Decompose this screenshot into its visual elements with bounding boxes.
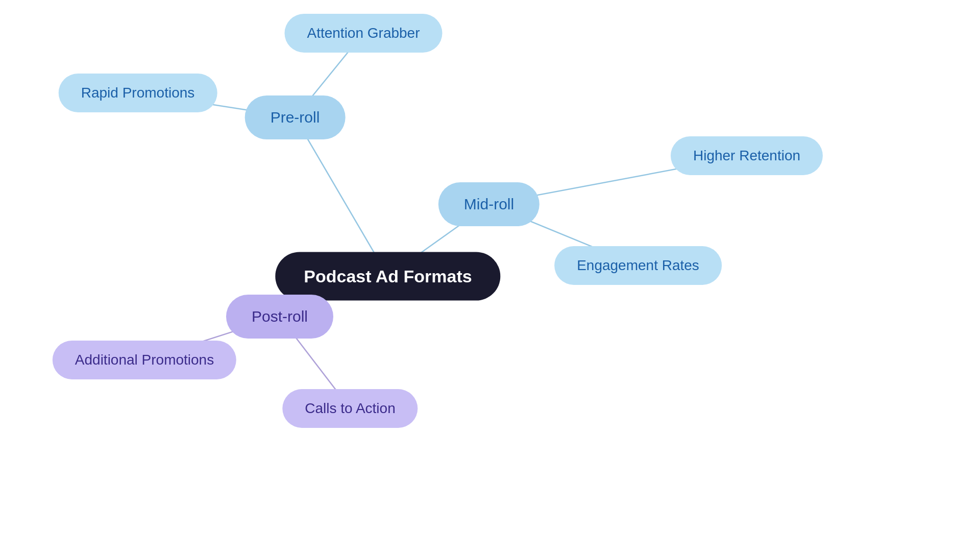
node-preroll[interactable]: Pre-roll — [245, 95, 346, 139]
node-rapid-promotions[interactable]: Rapid Promotions — [59, 74, 217, 112]
node-label-preroll: Pre-roll — [271, 109, 320, 126]
node-higher-retention[interactable]: Higher Retention — [671, 136, 823, 175]
node-label-rapid-promotions: Rapid Promotions — [81, 85, 195, 101]
node-attention-grabber[interactable]: Attention Grabber — [284, 14, 442, 53]
node-label-center: Podcast Ad Formats — [304, 267, 472, 286]
node-label-additional-promotions: Additional Promotions — [75, 352, 214, 368]
node-calls-to-action[interactable]: Calls to Action — [282, 389, 418, 428]
node-midroll[interactable]: Mid-roll — [438, 182, 540, 226]
node-label-calls-to-action: Calls to Action — [305, 400, 395, 417]
node-label-higher-retention: Higher Retention — [693, 148, 800, 164]
node-label-midroll: Mid-roll — [464, 196, 514, 213]
node-label-engagement-rates: Engagement Rates — [577, 257, 699, 274]
mind-map-container: Podcast Ad FormatsPre-rollMid-rollPost-r… — [0, 0, 980, 553]
node-additional-promotions[interactable]: Additional Promotions — [53, 341, 236, 379]
node-engagement-rates[interactable]: Engagement Rates — [554, 246, 722, 285]
node-postroll[interactable]: Post-roll — [226, 295, 333, 339]
node-label-postroll: Post-roll — [252, 308, 308, 325]
node-center[interactable]: Podcast Ad Formats — [275, 252, 500, 301]
node-label-attention-grabber: Attention Grabber — [307, 25, 420, 41]
